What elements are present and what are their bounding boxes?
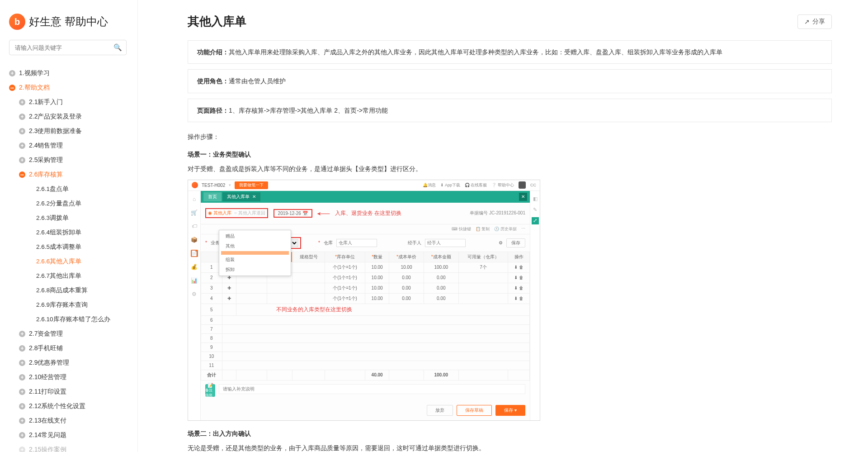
draft-button: 保存草稿 [457,405,492,416]
share-button[interactable]: ↗ 分享 [797,14,832,29]
nav-doc-icon: 📄 [191,250,198,257]
note-input [219,384,525,394]
nav-money-icon: 💰 [191,263,198,271]
download-icon: ⬇ App下载 [440,182,460,188]
expand-icon: + [19,128,25,134]
bell-icon: 🔔消息 [423,182,436,188]
tool-copy: 📋 复制 [476,226,490,232]
tool-shortcut: ⌨ 快捷键 [452,226,471,232]
collapse-icon: – [9,85,15,91]
brand-row: b 好生意 帮助中心 [9,14,128,30]
scene1-desc: 对于受赠、盘盈或是拆装入库等不同的业务，是通过单据头【业务类型】进行区分。 [188,163,832,175]
top-orange-button: 我要做笔一下 [235,181,268,189]
nav-2-11[interactable]: +2.11打印设置 [9,385,128,399]
expand-icon: + [19,403,25,409]
nav-video-learning[interactable]: +1.视频学习 [9,66,128,81]
nav-2-9[interactable]: +2.9优惠券管理 [9,356,128,370]
nav-2-6-5[interactable]: 2.6.5成本调整单 [9,240,128,254]
expand-icon: + [19,157,25,163]
expand-icon: + [19,345,25,352]
avatar-icon [519,181,526,189]
collapse-icon: – [19,171,25,178]
nav-2-12[interactable]: +2.12系统个性化设置 [9,399,128,414]
scene2-title: 场景二：出入方向确认 [188,430,832,438]
nav-2-6[interactable]: –2.6库存核算 [9,167,128,182]
expand-icon: + [19,432,25,438]
nav-2-6-2[interactable]: 2.6.2分量盘点单 [9,196,128,211]
annotation-2: 不同业务的入库类型在这里切换 [276,306,352,313]
annotation-1: 入库、退货业务 在这里切换 [335,209,401,217]
tool-history: 🕓 历史单据 [494,226,517,232]
tabs-close-icon: ✕ [519,193,527,201]
nav-2-13[interactable]: +2.13在线支付 [9,414,128,428]
nav-2-1[interactable]: +2.1新手入门 [9,95,128,109]
scene2-desc1: 无论是受赠，还是其他类型的业务，由于入库商品质量等原因，需要退回，这时可通过单据… [188,442,832,452]
expand-icon: + [19,99,25,105]
role-box: 使用角色：通常由仓管人员维护 [188,69,832,93]
nav-2-2[interactable]: +2.2产品安装及登录 [9,109,128,124]
expand-icon: + [19,143,25,149]
nav-box-icon: 📦 [191,236,198,243]
search-box: 🔍 [9,40,127,55]
nav-2-6-8[interactable]: 2.6.8商品成本重算 [9,283,128,298]
nav-gear-icon: ⚙ [191,290,198,298]
expand-icon: + [19,447,25,452]
rail-icon: ✎ [532,206,539,214]
nav-help-docs[interactable]: –2.帮助文档 [9,81,128,95]
expand-icon: + [19,331,25,337]
nav-2-5[interactable]: +2.5采购管理 [9,153,128,167]
expand-icon: + [19,418,25,424]
logo-icon: b [9,14,25,30]
gear-icon: ⚙ [499,240,503,245]
operator-input [425,239,466,247]
search-input[interactable] [9,40,127,55]
nav-2-6-4[interactable]: 2.6.4组装拆卸单 [9,225,128,240]
cancel-button: 放弃 [427,405,453,416]
filter-save-button: 保存 [506,238,525,247]
nav-2-7[interactable]: +2.7资金管理 [9,327,128,341]
scene1-title: 场景一：业务类型确认 [188,151,832,159]
tab-current: 其他入库单 ✕ [222,192,260,201]
expand-icon: + [9,70,15,76]
nav-2-6-10[interactable]: 2.6.10库存账本错了怎么办 [9,312,128,327]
search-icon[interactable]: 🔍 [113,43,122,52]
expand-icon: + [19,360,25,366]
nav-2-6-7[interactable]: 2.6.7其他出库单 [9,269,128,283]
help-icon: ❔ 帮助中心 [491,182,514,188]
date-highlight: 2019-12-26 📅 [274,209,312,218]
path-box: 页面路径：1、库存核算->库存管理->其他入库单 2、首页->常用功能 [188,99,832,122]
biz-type-dropdown: 赠品 其他 组装 拆卸 [219,230,291,276]
app-logo-icon [192,182,198,188]
nav-2-10[interactable]: +2.10经营管理 [9,370,128,385]
nav-2-6-9[interactable]: 2.6.9库存账本查询 [9,298,128,312]
tool-more-icon: ⋯ [521,226,525,232]
note-icon: 📝备注信息 [205,384,215,397]
headset-icon: 🎧 在线客服 [465,182,487,188]
warehouse-input [336,239,377,247]
nav-2-15[interactable]: +2.15操作案例 [9,442,128,452]
nav-home-icon: ⌂ [191,195,198,203]
nav-2-8[interactable]: +2.8手机旺铺 [9,341,128,356]
save-button: 保存 ▾ [495,405,525,416]
expand-icon: + [19,374,25,381]
nav-2-3[interactable]: +2.3使用前数据准备 [9,124,128,138]
nav-2-6-6[interactable]: 2.6.6其他入库单 [9,254,128,269]
nav-tag-icon: 🏷 [191,223,198,230]
expand-icon: + [19,389,25,395]
nav-2-6-1[interactable]: 2.6.1盘点单 [9,182,128,196]
main-content: 其他入库单 ↗ 分享 功能介绍：其他入库单用来处理除采购入库、产成品入库之外的其… [138,0,868,452]
nav-cart-icon: 🛒 [191,209,198,216]
red-arrow-icon: ← [313,206,334,220]
rail-icon: ◧ [532,195,539,203]
share-icon: ↗ [804,18,810,25]
sidebar: b 好生意 帮助中心 🔍 +1.视频学习 –2.帮助文档 +2.1新手入门 +2… [0,0,138,452]
nav-2-4[interactable]: +2.4销售管理 [9,138,128,153]
steps-label: 操作步骤： [188,131,832,143]
type-switch-highlight: ◉ 其他入库 ○ 其他入库退回 [205,208,268,218]
intro-box: 功能介绍：其他入库单用来处理除采购入库、产成品入库之外的其他入库业务，因此其他入… [188,40,832,64]
screenshot-illustration: TEST-H002 ▾ 我要做笔一下 🔔消息 ⬇ App下载 🎧 在线客服 ❔ … [188,180,832,421]
nav-2-14[interactable]: +2.14常见问题 [9,428,128,442]
nav-2-6-3[interactable]: 2.6.3调拨单 [9,211,128,225]
nav-chart-icon: 📊 [191,277,198,284]
brand-text: 好生意 帮助中心 [29,14,108,29]
